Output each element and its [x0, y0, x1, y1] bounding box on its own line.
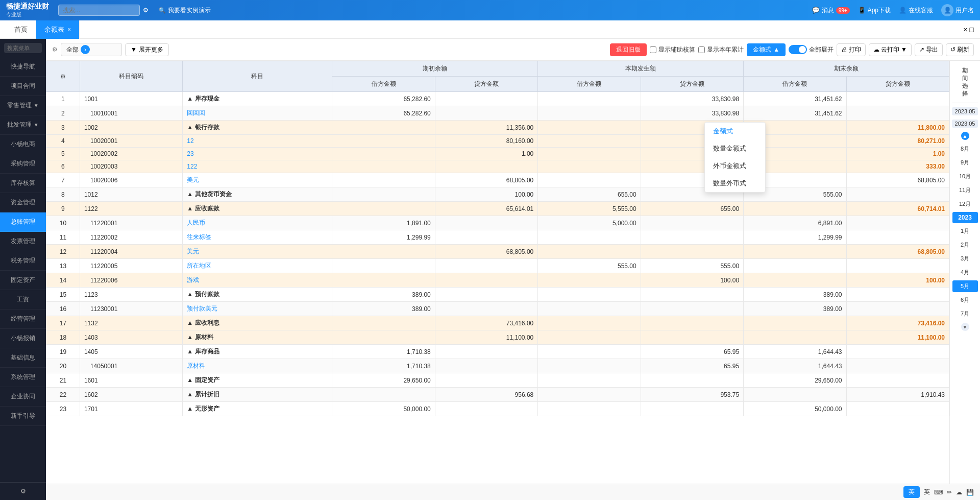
- period-nav-down[interactable]: ▼: [961, 323, 969, 331]
- export-btn[interactable]: ↗ 导出: [915, 43, 943, 56]
- cell-name[interactable]: 往来标签: [183, 230, 332, 245]
- sidebar-item-capital[interactable]: 资金管理: [0, 193, 46, 212]
- period-jul[interactable]: 7月: [952, 308, 978, 320]
- sidebar-item-fixed[interactable]: 固定资产: [0, 271, 46, 290]
- top-settings-icon[interactable]: ⚙: [143, 7, 149, 14]
- sidebar-item-project[interactable]: 项目合同: [0, 77, 46, 96]
- sidebar-item-basic[interactable]: 基础信息: [0, 348, 46, 368]
- edit-icon[interactable]: ✏: [947, 489, 952, 496]
- settings-col-icon[interactable]: ⚙: [52, 46, 58, 53]
- period-oct[interactable]: 10月: [952, 171, 978, 182]
- period-mar[interactable]: 3月: [952, 253, 978, 265]
- return-old-version-btn[interactable]: 退回旧版: [610, 43, 647, 56]
- breadcrumb-forward-btn[interactable]: ›: [81, 45, 90, 54]
- app-download-btn[interactable]: 📱 App下载: [858, 6, 891, 15]
- cloud-save-icon[interactable]: 💾: [966, 489, 974, 496]
- cell-name[interactable]: 23: [183, 148, 332, 160]
- cell-name[interactable]: 美元: [183, 173, 332, 187]
- cell-index: 4: [46, 135, 80, 148]
- sidebar-item-system[interactable]: 系统管理: [0, 368, 46, 387]
- sidebar-item-quick-nav[interactable]: 快捷导航: [0, 57, 46, 77]
- sidebar-search-input[interactable]: [4, 43, 42, 53]
- window-close-btn[interactable]: ×: [963, 26, 967, 34]
- period-aug[interactable]: 8月: [952, 143, 978, 155]
- period-dec[interactable]: 12月: [952, 198, 978, 210]
- sidebar-item-payroll[interactable]: 工资: [0, 290, 46, 309]
- expand-more-btn[interactable]: ▼ 展开更多: [125, 43, 169, 56]
- sidebar-item-invoice[interactable]: 发票管理: [0, 232, 46, 251]
- sidebar-item-guide[interactable]: 新手引导: [0, 407, 46, 426]
- cell-name[interactable]: 回回回: [183, 106, 332, 121]
- toggle-control[interactable]: [789, 45, 807, 54]
- sidebar-settings-btn[interactable]: ⚙: [0, 482, 46, 500]
- window-restore-btn[interactable]: □: [970, 26, 974, 34]
- period-nav-up[interactable]: ▲: [961, 132, 969, 140]
- cell-name[interactable]: 12: [183, 135, 332, 148]
- cell-closing-credit: [846, 259, 949, 273]
- show-assist-input[interactable]: [650, 46, 656, 53]
- lang-btn[interactable]: 英: [903, 486, 920, 498]
- tab-home[interactable]: 首页: [6, 20, 36, 39]
- cell-closing-credit: [846, 92, 949, 106]
- sidebar-item-retail[interactable]: 零售管理 ▼: [0, 96, 46, 115]
- show-year-input[interactable]: [698, 46, 705, 53]
- mode-btn[interactable]: 金额式 ▲: [747, 43, 786, 56]
- tab-close-icon[interactable]: ×: [67, 26, 71, 33]
- dropdown-shuliangwaibi[interactable]: 数量外币式: [705, 175, 765, 192]
- period-may[interactable]: 5月: [952, 280, 978, 292]
- cell-name[interactable]: 所在地区: [183, 259, 332, 273]
- sidebar-item-accounting[interactable]: 总账管理: [0, 212, 46, 232]
- sidebar-item-ecommerce[interactable]: 小畅电商: [0, 135, 46, 154]
- period-jun[interactable]: 6月: [952, 294, 978, 306]
- cell-opening-credit: [435, 373, 537, 388]
- cell-name[interactable]: 人民币: [183, 216, 332, 230]
- cell-period-credit: [641, 316, 743, 330]
- cloud-sync-icon[interactable]: ☁: [956, 489, 962, 496]
- cell-name[interactable]: 游戏: [183, 273, 332, 288]
- eng-icon[interactable]: 英: [924, 488, 930, 496]
- period-jan[interactable]: 1月: [952, 225, 978, 237]
- sidebar-item-operations[interactable]: 经营管理: [0, 309, 46, 329]
- cell-period-debit: [538, 106, 641, 121]
- sidebar-item-sales[interactable]: 小畅报销: [0, 329, 46, 348]
- cell-name[interactable]: 122: [183, 160, 332, 173]
- dropdown-jinemoshi[interactable]: 金额式: [705, 123, 765, 140]
- print-btn[interactable]: 🖨 打印: [837, 43, 866, 56]
- sidebar-item-wholesale[interactable]: 批发管理 ▼: [0, 115, 46, 135]
- dropdown-waibijine[interactable]: 外币金额式: [705, 157, 765, 175]
- cell-period-debit: [538, 373, 641, 388]
- tab-balance[interactable]: 余额表 ×: [36, 20, 80, 39]
- message-btn[interactable]: 💬 消息 99+: [812, 6, 850, 15]
- dropdown-shuliangjine[interactable]: 数量金额式: [705, 140, 765, 157]
- period-apr[interactable]: 4月: [952, 267, 978, 278]
- cell-name: ▲ 原材料: [183, 330, 332, 345]
- cell-index: 20: [46, 359, 80, 373]
- top-bar: 畅捷通好业财 专业版 ⚙ 🔍 我要看实例演示 💬 消息 99+ 📱 App下载 …: [0, 0, 980, 20]
- refresh-btn[interactable]: ↺ 刷新: [946, 43, 974, 56]
- sidebar-item-purchase[interactable]: 采购管理: [0, 154, 46, 174]
- table-row: 7 10020006 美元 68,805.00 68,805.00: [46, 173, 949, 187]
- cell-closing-debit: 6,891.00: [744, 216, 846, 230]
- cloud-print-btn[interactable]: ☁ 云打印 ▼: [869, 43, 912, 56]
- cell-name[interactable]: 美元: [183, 245, 332, 259]
- period-year-2023[interactable]: 2023: [952, 212, 978, 223]
- th-settings[interactable]: ⚙: [46, 61, 80, 92]
- cell-name[interactable]: 预付款美元: [183, 302, 332, 316]
- cell-opening-debit: [332, 173, 435, 187]
- demo-link[interactable]: 🔍 我要看实例演示: [159, 6, 211, 15]
- sidebar-item-tax[interactable]: 税务管理: [0, 251, 46, 271]
- show-year-checkbox[interactable]: 显示本年累计: [698, 45, 744, 54]
- keyboard-icon[interactable]: ⌨: [934, 489, 943, 496]
- show-assist-checkbox[interactable]: 显示辅助核算: [650, 45, 695, 54]
- expand-all-toggle[interactable]: 全部展开: [789, 45, 834, 54]
- sidebar-item-inventory[interactable]: 库存核算: [0, 174, 46, 193]
- user-avatar[interactable]: 👤 用户名: [941, 4, 974, 16]
- top-search-input[interactable]: [58, 5, 140, 16]
- sidebar-item-cooperation[interactable]: 企业协同: [0, 387, 46, 407]
- cell-index: 13: [46, 259, 80, 273]
- period-feb[interactable]: 2月: [952, 239, 978, 251]
- period-sep[interactable]: 9月: [952, 157, 978, 169]
- online-service-btn[interactable]: 👤 在线客服: [899, 6, 933, 15]
- period-nov[interactable]: 11月: [952, 184, 978, 196]
- cell-name[interactable]: 原材料: [183, 359, 332, 373]
